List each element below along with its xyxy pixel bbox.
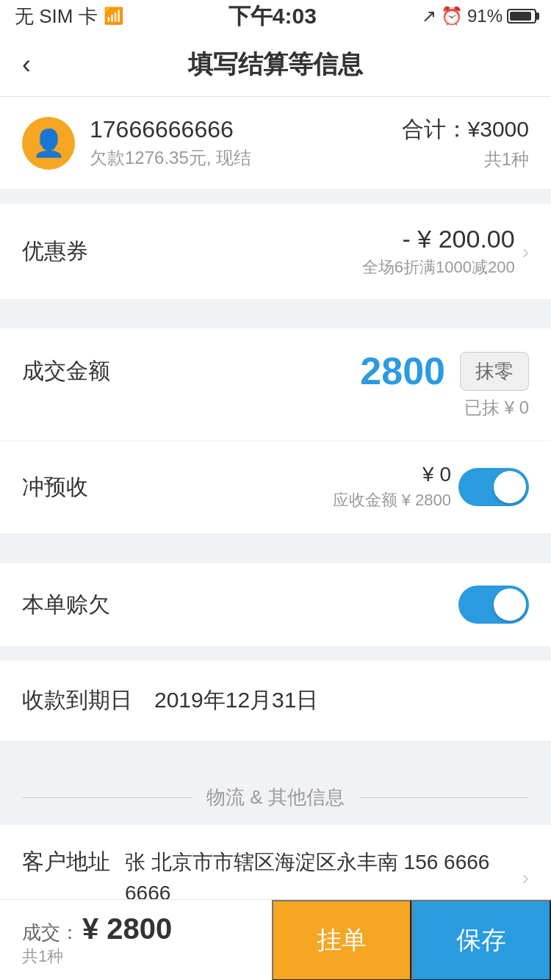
address-chevron-icon: › (522, 866, 529, 890)
hang-button[interactable]: 挂单 (272, 900, 411, 981)
status-bar-right: ↗ ⏰ 91% (422, 6, 536, 26)
battery-percent: 91% (467, 6, 503, 26)
address-label: 客户地址 (22, 847, 125, 877)
battery-icon (507, 9, 536, 24)
coupon-label: 优惠券 (22, 237, 362, 267)
credit-card: 本单赊欠 (0, 563, 551, 646)
bottom-deal-label: 成交： (22, 920, 79, 945)
credit-toggle[interactable] (458, 586, 529, 624)
section-line-right (359, 797, 529, 798)
amount-sub: 已抹 ¥ 0 (22, 396, 529, 419)
bottom-info: 成交： ¥ 2800 共1种 (0, 912, 272, 968)
user-sub: 欠款1276.35元, 现结 (90, 146, 402, 170)
prepayment-value: ¥ 0 (333, 463, 451, 486)
total-count: 共1种 (402, 148, 529, 171)
status-bar-time: 下午4:03 (228, 1, 317, 32)
due-date-value: 2019年12月31日 (154, 685, 318, 716)
coupon-row[interactable]: 优惠券 - ¥ 200.00 全场6折满1000减200 › (0, 204, 551, 299)
avatar: 👤 (22, 117, 75, 170)
coupon-card[interactable]: 优惠券 - ¥ 200.00 全场6折满1000减200 › (0, 204, 551, 299)
prepayment-sub: 应收金额 ¥ 2800 (333, 489, 451, 511)
bottom-count: 共1种 (22, 945, 250, 968)
coupon-right: - ¥ 200.00 全场6折满1000减200 (362, 225, 515, 278)
section-line-left (22, 797, 192, 798)
coupon-chevron-icon: › (522, 240, 529, 264)
coupon-discount: - ¥ 200.00 (362, 225, 515, 253)
toggle-knob (494, 471, 526, 503)
credit-toggle-knob (494, 588, 526, 621)
page-title: 填写结算等信息 (188, 48, 363, 82)
due-date-row: 收款到期日 2019年12月31日 (0, 660, 551, 741)
amount-section: 成交金额 2800 抹零 已抹 ¥ 0 (0, 328, 551, 440)
battery-fill (510, 12, 531, 21)
status-bar: 无 SIM 卡 📶 下午4:03 ↗ ⏰ 91% (0, 0, 551, 32)
prepayment-right: ¥ 0 应收金额 ¥ 2800 (333, 463, 529, 511)
prepayment-toggle[interactable] (458, 468, 529, 506)
amount-value-wrapper: 2800 抹零 (360, 349, 529, 393)
due-date-card: 收款到期日 2019年12月31日 (0, 660, 551, 741)
user-row: 👤 17666666666 欠款1276.35元, 现结 合计：¥3000 共1… (0, 97, 551, 190)
wifi-icon: 📶 (104, 7, 123, 26)
prepayment-values: ¥ 0 应收金额 ¥ 2800 (333, 463, 451, 511)
credit-label: 本单赊欠 (22, 590, 458, 620)
amount-label: 成交金额 (22, 356, 110, 386)
bottom-deal-row: 成交： ¥ 2800 (22, 912, 250, 945)
amount-card: 成交金额 2800 抹零 已抹 ¥ 0 冲预收 ¥ 0 应收金额 ¥ 2800 (0, 328, 551, 533)
user-card: 👤 17666666666 欠款1276.35元, 现结 合计：¥3000 共1… (0, 97, 551, 190)
carrier-text: 无 SIM 卡 (15, 4, 98, 29)
section-gap-1 (0, 314, 551, 328)
section-gap-2 (0, 548, 551, 563)
prepayment-row: 冲预收 ¥ 0 应收金额 ¥ 2800 (0, 440, 551, 533)
bottom-amount: ¥ 2800 (82, 912, 172, 945)
coupon-desc: 全场6折满1000减200 (362, 256, 515, 278)
user-phone: 17666666666 (90, 116, 402, 143)
user-total: 合计：¥3000 共1种 (402, 115, 529, 171)
due-date-label: 收款到期日 (22, 685, 132, 716)
logistics-section-header: 物流 & 其他信息 (0, 770, 551, 825)
content: 👤 17666666666 欠款1276.35元, 现结 合计：¥3000 共1… (0, 97, 551, 980)
amount-row: 成交金额 2800 抹零 (22, 349, 529, 393)
save-button[interactable]: 保存 (411, 900, 551, 981)
prepayment-label: 冲预收 (22, 472, 333, 502)
credit-row: 本单赊欠 (0, 563, 551, 646)
logistics-label: 物流 & 其他信息 (192, 785, 359, 810)
bottom-bar: 成交： ¥ 2800 共1种 挂单 保存 (0, 899, 551, 980)
alarm-icon: ⏰ (441, 6, 463, 26)
nav-bar: ‹ 填写结算等信息 (0, 32, 551, 97)
total-amount: 合计：¥3000 (402, 115, 529, 145)
amount-number: 2800 (360, 349, 445, 393)
round-button[interactable]: 抹零 (460, 352, 529, 391)
user-info: 17666666666 欠款1276.35元, 现结 (90, 116, 402, 170)
avatar-icon: 👤 (32, 128, 65, 159)
back-button[interactable]: ‹ (15, 42, 38, 87)
location-icon: ↗ (422, 6, 436, 26)
status-bar-left: 无 SIM 卡 📶 (15, 4, 123, 29)
section-gap-3 (0, 755, 551, 770)
